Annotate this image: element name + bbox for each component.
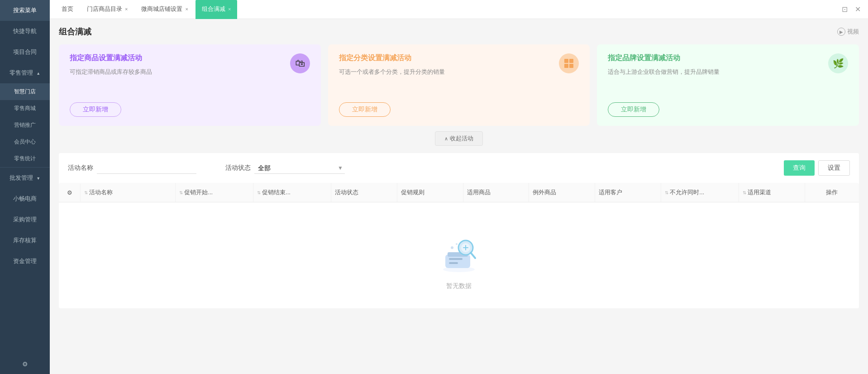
settings-btn[interactable]: 设置 [818,160,850,176]
tabs-right-controls: ⊡ ✕ [840,3,863,15]
th-channel[interactable]: ⇅ 适用渠道 [739,183,805,202]
sidebar-item-retail-mgmt[interactable]: 零售管理 [0,62,50,83]
filter-activity-status: 活动状态 全部 进行中 已结束 未开始 ▼ [225,163,345,174]
sidebar-item-wholesale-mgmt[interactable]: 批发管理 [0,168,50,188]
sidebar-item-capital-mgmt[interactable]: 资金管理 [0,251,50,272]
th-status: 活动状态 [331,183,397,202]
collapse-activities-btn[interactable]: ∧ 收起活动 [435,131,483,146]
tab-store-catalog[interactable]: 门店商品目录 × [81,0,134,19]
filter-activity-status-wrapper: 全部 进行中 已结束 未开始 ▼ [254,163,345,174]
th-goods: 适用商品 [463,183,529,202]
tab-home[interactable]: 首页 [55,0,80,19]
sidebar-item-xiaoyang-ecom[interactable]: 小畅电商 [0,188,50,209]
sort-notallow-icon: ⇅ [665,190,668,195]
empty-illustration [432,230,486,275]
filter-row: 活动名称 活动状态 全部 进行中 已结束 未开始 ▼ [59,153,859,183]
table-header: ⚙ ⇅ 活动名称 ⇅ 促销开始... ⇅ 促销结束... [59,183,859,202]
card-goods-title: 指定商品设置满减活动 [70,53,310,63]
svg-rect-8 [449,262,458,264]
main-area: 首页 门店商品目录 × 微商城店铺设置 × 组合满减 × ⊡ ✕ 组合满减 ▶ … [50,0,868,374]
play-icon: ▶ [837,28,845,36]
gear-icon: ⚙ [22,360,28,368]
svg-rect-1 [569,59,573,63]
filter-activity-name-input[interactable] [97,163,196,174]
th-end[interactable]: ⇅ 促销结束... [253,183,331,202]
svg-rect-7 [449,258,463,260]
filter-activity-status-select[interactable]: 全部 进行中 已结束 未开始 [254,163,338,173]
sidebar-item-inventory[interactable]: 库存核算 [0,230,50,251]
svg-rect-3 [569,64,573,68]
card-brand-desc: 适合与上游企业联合做营销，提升品牌销量 [608,67,848,95]
card-category-add-btn[interactable]: 立即新增 [339,102,391,117]
sidebar-item-marketing[interactable]: 营销推广 [0,117,50,134]
th-settings[interactable]: ⚙ [59,184,81,201]
data-table: ⚙ ⇅ 活动名称 ⇅ 促销开始... ⇅ 促销结束... [59,183,859,308]
chevron-down-icon: ▼ [338,165,343,171]
svg-rect-0 [564,59,568,63]
card-brand-icon: 🌿 [828,53,848,73]
svg-point-14 [451,246,453,249]
sort-start-icon: ⇅ [179,190,183,195]
th-name[interactable]: ⇅ 活动名称 [81,183,176,202]
sidebar: 搜索菜单 快捷导航 项目合同 零售管理 智慧门店 零售商城 营销推广 会员中心 … [0,0,50,374]
tabs-bar: 首页 门店商品目录 × 微商城店铺设置 × 组合满减 × ⊡ ✕ [50,0,868,19]
filter-activity-status-label: 活动状态 [225,164,251,172]
sort-name-icon: ⇅ [84,190,88,195]
page-title: 组合满减 [59,26,91,37]
window-close-btn[interactable]: ✕ [853,3,863,15]
sidebar-item-retail-mall[interactable]: 零售商城 [0,100,50,117]
page-header: 组合满减 ▶ 视频 [59,26,859,37]
card-brand-title: 指定品牌设置满减活动 [608,53,848,63]
query-btn[interactable]: 查询 [784,160,815,176]
card-goods: 🛍 指定商品设置满减活动 可指定滞销商品或库存较多商品 立即新增 [59,44,321,126]
card-goods-add-btn[interactable]: 立即新增 [70,102,121,117]
tab-close-store-catalog[interactable]: × [125,6,128,12]
svg-point-15 [456,243,458,245]
sort-channel-icon: ⇅ [743,190,746,195]
page-content: 组合满减 ▶ 视频 🛍 指定商品设置满减活动 可指定滞销商品或库存较多商品 立即… [50,19,868,374]
sidebar-item-quick-nav[interactable]: 快捷导航 [0,21,50,42]
chevron-up-icon: ∧ [444,136,448,142]
th-rule: 促销规则 [397,183,463,202]
card-goods-desc: 可指定滞销商品或库存较多商品 [70,67,310,95]
tab-combo-discount[interactable]: 组合满减 × [196,0,237,19]
sort-end-icon: ⇅ [257,190,261,195]
sidebar-settings-btn[interactable]: ⚙ [0,354,50,374]
filter-actions: 查询 设置 [784,160,850,176]
th-start[interactable]: ⇅ 促销开始... [176,183,253,202]
card-goods-icon: 🛍 [290,53,310,73]
tab-close-mini-store-settings[interactable]: × [185,6,188,12]
content-panel: 活动名称 活动状态 全部 进行中 已结束 未开始 ▼ [59,153,859,308]
tab-close-combo-discount[interactable]: × [228,6,231,12]
collapse-bar: ∧ 收起活动 [59,131,859,146]
activity-cards: 🛍 指定商品设置满减活动 可指定滞销商品或库存较多商品 立即新增 指定分类设置满… [59,44,859,126]
card-brand: 🌿 指定品牌设置满减活动 适合与上游企业联合做营销，提升品牌销量 立即新增 [597,44,859,126]
card-category: 指定分类设置满减活动 可选一个或者多个分类，提升分类的销量 立即新增 [328,44,590,126]
window-expand-btn[interactable]: ⊡ [840,3,849,15]
sidebar-item-retail-stats[interactable]: 零售统计 [0,150,50,167]
sidebar-item-member-center[interactable]: 会员中心 [0,134,50,150]
video-link[interactable]: ▶ 视频 [837,28,859,36]
card-brand-add-btn[interactable]: 立即新增 [608,102,659,117]
sidebar-item-search-menu[interactable]: 搜索菜单 [0,0,50,21]
card-category-title: 指定分类设置满减活动 [339,53,579,63]
empty-state: 暂无数据 [59,202,859,308]
th-customer: 适用客户 [595,183,661,202]
tab-mini-store-settings[interactable]: 微商城店铺设置 × [135,0,194,19]
filter-activity-name: 活动名称 [68,163,196,174]
svg-line-13 [471,253,475,258]
table-settings-icon: ⚙ [67,189,72,196]
empty-text: 暂无数据 [446,282,472,290]
th-notallow[interactable]: ⇅ 不允许同时... [661,183,739,202]
sidebar-item-smart-store[interactable]: 智慧门店 [0,83,50,100]
th-action: 操作 [805,183,859,202]
sidebar-item-project-contract[interactable]: 项目合同 [0,42,50,62]
sidebar-item-purchase-mgmt[interactable]: 采购管理 [0,209,50,230]
th-except: 例外商品 [529,183,595,202]
card-category-desc: 可选一个或者多个分类，提升分类的销量 [339,67,579,95]
filter-activity-name-label: 活动名称 [68,164,93,172]
svg-rect-2 [564,64,568,68]
